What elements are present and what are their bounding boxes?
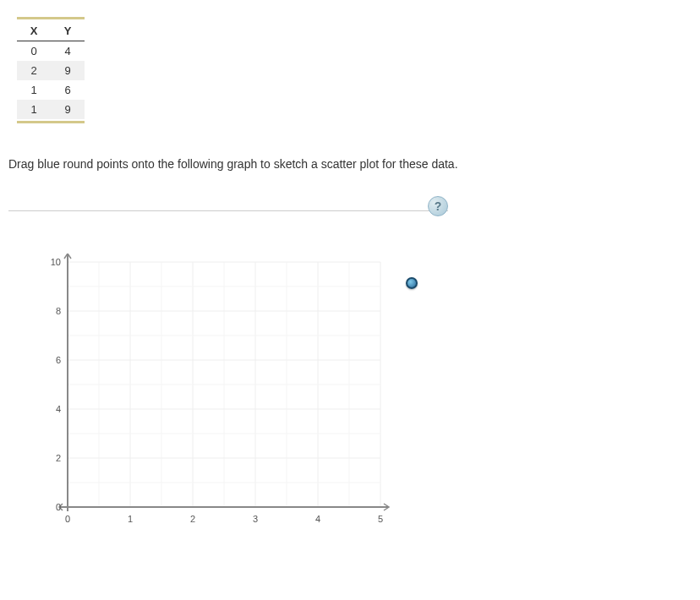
table-row: 1 9 <box>17 100 85 119</box>
scatter-chart[interactable]: 10 8 6 4 2 0 0 1 2 3 4 5 <box>25 254 448 541</box>
chart-svg <box>25 254 414 541</box>
table-header-x: X <box>17 21 51 41</box>
help-row: ? <box>8 196 448 211</box>
table-header-y: Y <box>51 21 85 41</box>
table-cell-y: 4 <box>51 41 85 62</box>
draggable-point[interactable] <box>406 277 418 289</box>
help-icon: ? <box>435 199 442 213</box>
data-table: X Y 0 4 2 9 1 6 1 9 <box>17 21 85 119</box>
y-tick-label: 4 <box>44 404 61 414</box>
x-tick-label: 3 <box>247 514 264 524</box>
y-tick-label: 6 <box>44 355 61 365</box>
table-cell-y: 9 <box>51 100 85 119</box>
table-cell-x: 1 <box>17 80 51 100</box>
x-tick-label: 5 <box>372 514 389 524</box>
table-cell-x: 0 <box>17 41 51 62</box>
table-bottom-border <box>17 121 85 123</box>
x-tick-label: 2 <box>184 514 201 524</box>
table-cell-y: 9 <box>51 61 85 80</box>
table-cell-x: 1 <box>17 100 51 119</box>
table-top-border <box>17 17 85 19</box>
y-tick-label: 8 <box>44 306 61 316</box>
instruction-text: Drag blue round points onto the followin… <box>0 157 700 171</box>
y-tick-label: 2 <box>44 453 61 463</box>
x-tick-label: 0 <box>59 514 76 524</box>
help-button[interactable]: ? <box>428 196 448 216</box>
table-row: 2 9 <box>17 61 85 80</box>
table-cell-x: 2 <box>17 61 51 80</box>
x-tick-label: 1 <box>122 514 139 524</box>
x-tick-label: 4 <box>309 514 326 524</box>
y-tick-label: 0 <box>44 502 61 512</box>
y-tick-label: 10 <box>44 257 61 267</box>
table-row: 0 4 <box>17 41 85 62</box>
table-cell-y: 6 <box>51 80 85 100</box>
table-row: 1 6 <box>17 80 85 100</box>
data-table-container: X Y 0 4 2 9 1 6 1 9 <box>17 17 85 123</box>
